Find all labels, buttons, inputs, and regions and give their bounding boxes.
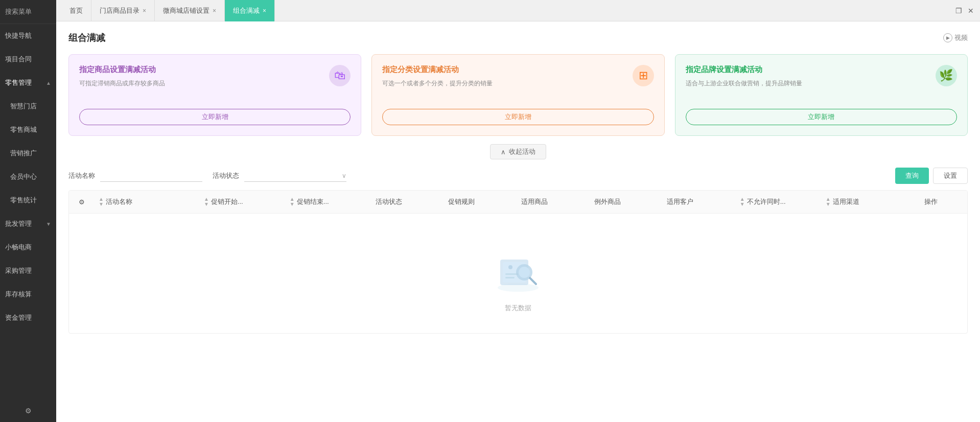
brand-activity-card: 指定品牌设置满减活动 适合与上游企业联合做营销，提升品牌销量 🌿 立即新增 — [675, 54, 968, 136]
th-not-allow-simultaneous[interactable]: ▲▼ 不允许同时... — [736, 191, 822, 213]
activity-name-label: 活动名称 — [68, 171, 95, 180]
product-card-title: 指定商品设置满减活动 — [79, 65, 351, 75]
chevron-up-icon: ∧ — [501, 148, 506, 156]
th-promo-rule: 促销规则 — [444, 191, 517, 213]
tab-wechat-store-settings[interactable]: 微商城店铺设置 × — [155, 0, 225, 21]
sidebar-item-finance-mgmt[interactable]: 资金管理 — [0, 306, 56, 330]
svg-point-6 — [508, 265, 512, 269]
svg-line-5 — [530, 278, 536, 284]
window-restore-button[interactable]: ❐ — [954, 7, 963, 15]
sort-icon: ▲▼ — [290, 197, 295, 207]
page-title: 组合满减 — [68, 32, 105, 44]
window-close-button[interactable]: ✕ — [967, 7, 975, 15]
activity-status-select[interactable]: ∨ — [244, 170, 346, 182]
category-activity-card: 指定分类设置满减活动 可选一个或者多个分类，提升分类的销量 ⊞ 立即新增 — [371, 54, 664, 136]
gear-icon: ⚙ — [25, 407, 32, 415]
brand-card-add-button[interactable]: 立即新增 — [686, 109, 957, 125]
category-card-desc: 可选一个或者多个分类，提升分类的销量 — [382, 79, 654, 88]
sidebar-item-member-center[interactable]: 会员中心 — [0, 165, 56, 189]
activity-status-label: 活动状态 — [213, 171, 239, 180]
sidebar-item-wholesale-mgmt[interactable]: 批发管理 ▼ — [0, 212, 56, 236]
sidebar-settings-button[interactable]: ⚙ — [0, 400, 56, 422]
brand-card-title: 指定品牌设置满减活动 — [686, 65, 957, 75]
tab-store-catalog-close[interactable]: × — [143, 7, 146, 14]
sidebar-item-project-contract[interactable]: 项目合同 — [0, 48, 56, 71]
data-table: ⚙ ▲▼ 活动名称 ▲▼ 促销开始... ▲▼ 促销结束... 活动状态 — [68, 190, 968, 334]
tab-store-catalog[interactable]: 门店商品目录 × — [91, 0, 155, 21]
tab-store-catalog-label: 门店商品目录 — [100, 6, 139, 15]
collapse-activity-button[interactable]: ∧ 收起活动 — [490, 144, 546, 159]
sidebar-item-quick-nav[interactable]: 快捷导航 — [0, 24, 56, 48]
activity-name-input[interactable] — [100, 170, 202, 182]
sort-icon: ▲▼ — [826, 197, 831, 207]
empty-illustration — [487, 244, 549, 295]
sidebar-item-xiaochangec[interactable]: 小畅电商 — [0, 236, 56, 259]
main-area: 首页 门店商品目录 × 微商城店铺设置 × 组合满减 × ❐ ✕ 组合满减 ▶ … — [56, 0, 980, 422]
tab-combo-discount-label: 组合满减 — [233, 6, 260, 15]
sidebar-search[interactable]: 搜索菜单 — [0, 0, 56, 24]
setting-button[interactable]: 设置 — [933, 168, 968, 184]
bag-icon: 🛍 — [329, 65, 351, 86]
tab-combo-discount-close[interactable]: × — [263, 7, 266, 14]
category-card-icon: ⊞ — [633, 65, 654, 86]
sidebar-item-retail-stats[interactable]: 零售统计 — [0, 189, 56, 212]
tabbar: 首页 门店商品目录 × 微商城店铺设置 × 组合满减 × ❐ ✕ — [56, 0, 980, 21]
window-controls: ❐ ✕ — [954, 7, 975, 15]
activity-name-field: 活动名称 — [68, 170, 202, 182]
th-promo-end[interactable]: ▲▼ 促销结束... — [286, 191, 371, 213]
sidebar: 搜索菜单 快捷导航 项目合同 零售管理 ▲ 智慧门店 零售商城 营销推广 会员中… — [0, 0, 56, 422]
product-activity-card: 指定商品设置满减活动 可指定滞销商品或库存较多商品 🛍 立即新增 — [68, 54, 361, 136]
empty-text: 暂无数据 — [505, 303, 531, 313]
svg-rect-7 — [505, 273, 518, 275]
activity-cards: 指定商品设置满减活动 可指定滞销商品或库存较多商品 🛍 立即新增 指定分类设置满… — [68, 54, 968, 136]
tab-home-label: 首页 — [69, 6, 83, 15]
th-applicable-customer: 适用客户 — [663, 191, 736, 213]
brand-card-desc: 适合与上游企业联合做营销，提升品牌销量 — [686, 79, 957, 88]
sort-icon: ▲▼ — [740, 197, 745, 207]
collapse-row: ∧ 收起活动 — [68, 144, 968, 159]
query-button[interactable]: 查询 — [895, 168, 929, 184]
dropdown-icon: ∨ — [342, 172, 346, 179]
empty-state: 暂无数据 — [69, 214, 967, 333]
tab-wechat-store-settings-close[interactable]: × — [213, 7, 216, 14]
chevron-up-icon: ▲ — [46, 80, 51, 86]
play-icon: ▶ — [943, 33, 952, 42]
th-gear[interactable]: ⚙ — [69, 191, 95, 213]
activity-status-field: 活动状态 ∨ — [213, 170, 346, 182]
search-actions: 查询 设置 — [895, 168, 968, 184]
gear-icon: ⚙ — [79, 198, 85, 206]
search-row: 活动名称 活动状态 ∨ 查询 设置 — [68, 168, 968, 184]
product-card-icon: 🛍 — [329, 65, 351, 86]
th-activity-name[interactable]: ▲▼ 活动名称 — [95, 191, 200, 213]
sort-icon: ▲▼ — [99, 197, 104, 207]
svg-point-4 — [519, 267, 530, 278]
th-activity-status: 活动状态 — [371, 191, 445, 213]
th-except-goods: 例外商品 — [590, 191, 663, 213]
th-applicable-goods: 适用商品 — [517, 191, 590, 213]
th-action: 操作 — [894, 191, 967, 213]
category-card-title: 指定分类设置满减活动 — [382, 65, 654, 75]
tab-home[interactable]: 首页 — [61, 0, 91, 21]
th-promo-start[interactable]: ▲▼ 促销开始... — [200, 191, 286, 213]
sidebar-item-smart-store[interactable]: 智慧门店 — [0, 95, 56, 118]
product-card-add-button[interactable]: 立即新增 — [79, 109, 351, 125]
th-applicable-channel[interactable]: ▲▼ 适用渠道 — [822, 191, 895, 213]
sidebar-item-inventory[interactable]: 库存核算 — [0, 283, 56, 306]
sidebar-item-retail-mall[interactable]: 零售商城 — [0, 118, 56, 142]
sidebar-item-marketing[interactable]: 营销推广 — [0, 142, 56, 165]
chevron-down-icon: ▼ — [46, 221, 51, 227]
sidebar-item-purchase-mgmt[interactable]: 采购管理 — [0, 259, 56, 283]
tab-wechat-store-settings-label: 微商城店铺设置 — [163, 6, 209, 15]
grid-icon: ⊞ — [633, 65, 654, 86]
leaf-icon: 🌿 — [936, 65, 957, 86]
category-card-add-button[interactable]: 立即新增 — [382, 109, 654, 125]
product-card-desc: 可指定滞销商品或库存较多商品 — [79, 79, 351, 88]
brand-card-icon: 🌿 — [936, 65, 957, 86]
page-content: 组合满减 ▶ 视频 指定商品设置满减活动 可指定滞销商品或库存较多商品 🛍 立即… — [56, 21, 980, 422]
sidebar-item-retail-mgmt[interactable]: 零售管理 ▲ — [0, 71, 56, 95]
sort-icon: ▲▼ — [204, 197, 209, 207]
tab-combo-discount[interactable]: 组合满减 × — [225, 0, 275, 21]
table-header: ⚙ ▲▼ 活动名称 ▲▼ 促销开始... ▲▼ 促销结束... 活动状态 — [69, 191, 967, 214]
svg-rect-8 — [505, 277, 515, 278]
video-link[interactable]: ▶ 视频 — [943, 33, 968, 42]
